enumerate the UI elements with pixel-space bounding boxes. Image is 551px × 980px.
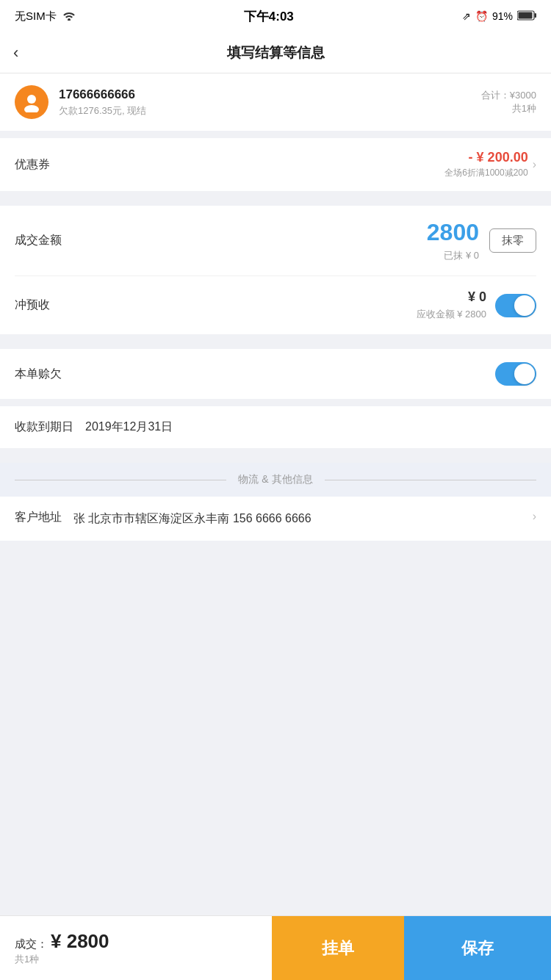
divider-line-right — [325, 480, 536, 480]
nav-bar: ‹ 填写结算等信息 — [0, 32, 551, 73]
logistics-text: 物流 & 其他信息 — [238, 473, 312, 486]
hang-button[interactable]: 挂单 — [272, 916, 404, 981]
prepay-toggle[interactable] — [495, 294, 536, 317]
user-info: 17666666666 欠款1276.35元, 现结 — [59, 87, 146, 118]
user-total: 合计：¥3000 共1种 — [481, 89, 536, 115]
deal-amount-sub: 已抹 ¥ 0 — [427, 249, 479, 262]
section-divider-2 — [0, 342, 551, 349]
credit-row: 本单赊欠 — [0, 349, 551, 399]
prepay-sub: 应收金额 ¥ 2800 — [417, 308, 486, 321]
chevron-right-icon: › — [533, 158, 536, 171]
coupon-right: - ¥ 200.00 全场6折满1000减200 › — [444, 150, 536, 179]
coupon-row[interactable]: 优惠券 - ¥ 200.00 全场6折满1000减200 › — [0, 138, 551, 191]
coupon-label: 优惠券 — [15, 157, 50, 173]
status-time: 下午4:03 — [244, 8, 294, 25]
avatar — [15, 85, 48, 119]
status-bar: 无SIM卡 下午4:03 ⇗ ⏰ 91% — [0, 0, 551, 32]
toggle-knob — [514, 295, 535, 316]
user-left: 17666666666 欠款1276.35元, 现结 — [15, 85, 146, 119]
alarm-icon: ⏰ — [475, 10, 488, 22]
bottom-count: 共1种 — [15, 953, 257, 966]
prepay-info: ¥ 0 应收金额 ¥ 2800 — [417, 289, 486, 321]
address-row[interactable]: 客户地址 张 北京市市辖区海淀区永丰南 156 6666 6666 › — [0, 497, 551, 541]
address-chevron-icon: › — [533, 510, 536, 523]
deal-amount-info: 2800 已抹 ¥ 0 — [427, 219, 479, 262]
deal-amount-value: 2800 — [427, 219, 479, 246]
svg-rect-2 — [518, 12, 532, 18]
address-value: 张 北京市市辖区海淀区永丰南 156 6666 6666 — [73, 510, 521, 527]
status-left: 无SIM卡 — [15, 10, 76, 24]
prepay-row: 冲预收 ¥ 0 应收金额 ¥ 2800 — [15, 276, 536, 334]
coupon-description: 全场6折满1000减200 — [444, 167, 527, 179]
prepay-label: 冲预收 — [15, 298, 50, 313]
duedate-value: 2019年12月31日 — [85, 419, 173, 435]
credit-toggle[interactable] — [495, 362, 536, 386]
empty-space — [0, 541, 551, 614]
user-debt: 欠款1276.35元, 现结 — [59, 104, 146, 118]
coupon-info: - ¥ 200.00 全场6折满1000减200 — [444, 150, 527, 179]
prepay-value: ¥ 0 — [417, 289, 486, 305]
round-off-button[interactable]: 抹零 — [489, 228, 536, 253]
deal-amount-right: 2800 已抹 ¥ 0 抹零 — [427, 219, 536, 262]
battery-label: 91% — [492, 10, 513, 22]
wifi-icon — [62, 10, 76, 23]
bottom-amount: ¥ 2800 — [51, 930, 109, 953]
deal-amount-row: 成交金额 2800 已抹 ¥ 0 抹零 — [15, 206, 536, 276]
back-button[interactable]: ‹ — [13, 43, 18, 62]
user-phone: 17666666666 — [59, 87, 146, 102]
amount-section: 成交金额 2800 已抹 ¥ 0 抹零 冲预收 ¥ 0 应收金额 ¥ 2800 — [0, 206, 551, 334]
page-title: 填写结算等信息 — [227, 43, 325, 62]
svg-point-3 — [27, 95, 36, 104]
credit-toggle-knob — [514, 364, 535, 384]
svg-rect-1 — [534, 13, 536, 18]
prepay-right: ¥ 0 应收金额 ¥ 2800 — [417, 289, 536, 321]
deal-amount-label: 成交金额 — [15, 233, 62, 248]
address-label: 客户地址 — [15, 510, 62, 525]
status-right: ⇗ ⏰ 91% — [462, 10, 536, 23]
carrier-label: 无SIM卡 — [15, 10, 57, 24]
save-button[interactable]: 保存 — [404, 916, 551, 981]
content: 17666666666 欠款1276.35元, 现结 合计：¥3000 共1种 … — [0, 73, 551, 688]
battery-icon — [517, 10, 536, 23]
bottom-deal-label: 成交： — [15, 937, 48, 951]
coupon-discount: - ¥ 200.00 — [444, 150, 527, 165]
bottom-summary: 成交： ¥ 2800 共1种 — [0, 930, 272, 966]
bottom-bar: 成交： ¥ 2800 共1种 挂单 保存 — [0, 915, 551, 980]
credit-label: 本单赊欠 — [15, 367, 62, 382]
duedate-row: 收款到期日 2019年12月31日 — [0, 406, 551, 448]
divider-line-left — [15, 480, 226, 480]
section-divider-3 — [0, 455, 551, 463]
user-card: 17666666666 欠款1276.35元, 现结 合计：¥3000 共1种 — [0, 73, 551, 131]
total-count: 共1种 — [481, 102, 536, 115]
section-divider-1 — [0, 198, 551, 206]
duedate-label: 收款到期日 — [15, 419, 73, 435]
location-icon: ⇗ — [462, 10, 471, 22]
total-label: 合计：¥3000 — [481, 89, 536, 102]
svg-point-4 — [24, 105, 39, 112]
logistics-divider: 物流 & 其他信息 — [0, 463, 551, 497]
